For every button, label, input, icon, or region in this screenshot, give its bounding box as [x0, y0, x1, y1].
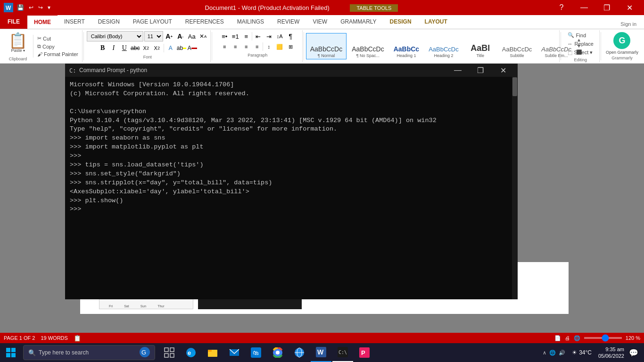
cmd-minimize-btn[interactable]: —: [447, 64, 469, 77]
select-button[interactable]: ⬚ Select ▾: [565, 49, 596, 57]
italic-btn[interactable]: I: [108, 43, 119, 53]
font-name-select[interactable]: Calibri (Body): [87, 31, 143, 41]
tab-insert[interactable]: INSERT: [58, 15, 91, 29]
align-left-btn[interactable]: ≡: [219, 42, 230, 51]
taskbar-word[interactable]: W: [311, 343, 331, 362]
save-quick-btn[interactable]: 💾: [15, 3, 26, 12]
replace-button[interactable]: ↔ Replace: [565, 40, 596, 48]
qa-dropdown-btn[interactable]: ▾: [46, 3, 52, 12]
cut-button[interactable]: ✂ Cut: [35, 35, 80, 42]
minimize-btn[interactable]: —: [573, 0, 595, 15]
taskbar-explorer[interactable]: [202, 343, 223, 362]
font-color-btn[interactable]: A: [187, 43, 198, 53]
shrink-font-btn[interactable]: A-: [175, 31, 186, 41]
notifications-btn[interactable]: 💬: [627, 348, 640, 357]
superscript-btn[interactable]: X2: [152, 43, 162, 53]
grammarly-icon[interactable]: G: [613, 32, 630, 49]
sign-in-link[interactable]: Sign in: [617, 19, 640, 29]
editing-label: Editing: [565, 57, 596, 62]
tab-file[interactable]: FILE: [0, 15, 27, 29]
volume-icon[interactable]: 🔊: [559, 350, 565, 356]
clock-display[interactable]: 9:35 am 05/06/2022: [598, 346, 624, 360]
redo-btn[interactable]: ↪: [36, 3, 45, 12]
tab-view[interactable]: VIEW: [306, 15, 334, 29]
cmd-body[interactable]: Microsoft Windows [Version 10.0.19044.17…: [65, 77, 518, 299]
clear-formatting-btn[interactable]: ✕A: [198, 31, 208, 41]
taskbar-cmd[interactable]: C:\: [332, 343, 353, 362]
show-formatting-btn[interactable]: ¶: [285, 31, 296, 41]
tab-home[interactable]: HOME: [27, 15, 58, 29]
strikethrough-btn[interactable]: abc: [130, 43, 140, 53]
align-center-btn[interactable]: ≡: [230, 42, 240, 51]
format-painter-button[interactable]: 🖌 Format Painter: [35, 51, 80, 58]
style-subtitle-label: Subtitle: [510, 53, 524, 58]
borders-btn[interactable]: ⊞: [285, 41, 296, 52]
title-bar: W 💾 ↩ ↪ ▾ Document1 - Word (Product Acti…: [0, 0, 644, 15]
tab-review[interactable]: REVIEW: [271, 15, 306, 29]
view-read-btn[interactable]: 📄: [554, 335, 561, 341]
view-print-btn[interactable]: 🖨: [565, 335, 570, 341]
clipboard-label: Clipboard: [4, 56, 32, 61]
text-effects-btn[interactable]: A: [165, 43, 176, 53]
taskbar-globe[interactable]: [289, 343, 310, 362]
style-title[interactable]: AaBl Title: [464, 33, 497, 59]
style-normal-label: ¶ Normal: [318, 53, 335, 58]
style-subtitle[interactable]: AaBbCcDc Subtitle: [498, 33, 537, 59]
taskbar-store[interactable]: 🛍: [246, 343, 266, 362]
tab-design[interactable]: DESIGN: [91, 15, 126, 29]
style-heading1[interactable]: AaBbCc Heading 1: [389, 33, 423, 59]
paste-button[interactable]: 📋 Paste▾: [4, 31, 32, 56]
justify-btn[interactable]: ≡: [252, 42, 262, 51]
cmd-close-btn[interactable]: ✕: [492, 64, 514, 77]
undo-btn[interactable]: ↩: [27, 3, 35, 12]
copy-button[interactable]: ⧉ Copy: [35, 43, 80, 50]
text-highlight-btn[interactable]: ab: [176, 43, 187, 53]
taskbar-python[interactable]: P: [354, 343, 375, 362]
start-button[interactable]: [0, 343, 21, 362]
tab-grammarly[interactable]: GRAMMARLY: [334, 15, 383, 29]
taskbar-taskview[interactable]: [159, 343, 180, 362]
page-info: PAGE 1 OF 2: [4, 335, 35, 341]
tab-mailings[interactable]: MAILINGS: [231, 15, 271, 29]
tray-expand-btn[interactable]: ∧: [543, 350, 546, 356]
font-size-select[interactable]: 11: [144, 31, 163, 41]
style-no-space[interactable]: AaBbCcDc ¶ No Spac...: [347, 33, 388, 59]
tab-table-layout[interactable]: LAYOUT: [418, 15, 454, 29]
cmd-maximize-btn[interactable]: ❐: [470, 64, 491, 77]
bullets-btn[interactable]: ≡•: [219, 31, 230, 41]
tab-page-layout[interactable]: PAGE LAYOUT: [126, 15, 179, 29]
cmd-scrollbar-thumb[interactable]: [512, 77, 517, 96]
underline-btn[interactable]: U: [119, 43, 130, 53]
quick-access-toolbar: 💾 ↩ ↪ ▾: [15, 3, 52, 12]
globe-icon: [294, 347, 305, 358]
align-right-btn[interactable]: ≡: [241, 42, 251, 51]
grow-font-btn[interactable]: A+: [164, 31, 174, 41]
clipboard-group: 📋 Paste▾ Clipboard ✂ Cut ⧉ Copy 🖌: [2, 30, 83, 62]
close-btn[interactable]: ✕: [619, 0, 640, 15]
cmd-scrollbar[interactable]: [512, 77, 518, 299]
decrease-indent-btn[interactable]: ⇤: [253, 31, 263, 41]
restore-btn[interactable]: ❐: [596, 0, 618, 15]
help-btn[interactable]: ?: [551, 0, 572, 15]
shading-btn[interactable]: 🟨: [274, 41, 285, 52]
bold-btn[interactable]: B: [98, 43, 108, 53]
tab-table-design[interactable]: DESIGN: [383, 15, 418, 29]
taskbar-search-bar[interactable]: 🔍 Type here to search G: [23, 345, 155, 360]
style-heading2[interactable]: AaBbCcDc Heading 2: [424, 33, 463, 59]
subscript-btn[interactable]: X2: [141, 43, 151, 53]
paragraph-group: ≡• ≡1 ≡ ⇤ ⇥ ↕A ¶ ≡ ≡ ≡ ≡ ↕ 🟨 ⊞ Paragraph: [213, 30, 303, 62]
taskbar-edge[interactable]: e: [181, 343, 201, 362]
zoom-slider[interactable]: [584, 337, 622, 339]
taskbar-mail[interactable]: [224, 343, 245, 362]
sort-btn[interactable]: ↕A: [274, 31, 285, 41]
tab-references[interactable]: REFERENCES: [179, 15, 231, 29]
numbered-list-btn[interactable]: ≡1: [230, 31, 240, 41]
line-spacing-btn[interactable]: ↕: [264, 41, 274, 52]
style-normal[interactable]: AaBbCcDc ¶ Normal: [306, 33, 347, 59]
taskbar-chrome[interactable]: [267, 343, 288, 362]
multilevel-list-btn[interactable]: ≡: [241, 31, 251, 41]
increase-indent-btn[interactable]: ⇥: [264, 31, 274, 41]
find-button[interactable]: 🔍 Find: [565, 31, 596, 39]
view-web-btn[interactable]: 🌐: [574, 335, 580, 341]
change-case-btn[interactable]: Aa: [187, 31, 197, 41]
